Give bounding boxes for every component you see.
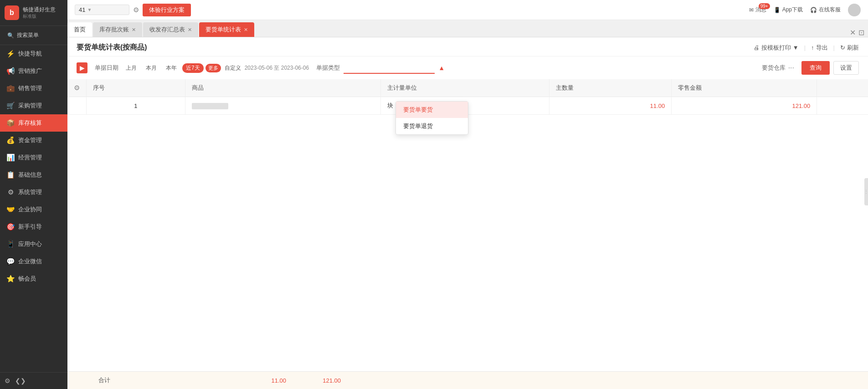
dropdown-item-1[interactable]: 要货单要货 [396, 102, 468, 118]
sidebar-item-membership[interactable]: ⭐ 畅会员 [0, 270, 67, 287]
tab-receive-send[interactable]: 收发存汇总表 ✕ [143, 22, 198, 37]
th-unit: 主计量单位 [381, 79, 550, 97]
tab-maximize-icon[interactable]: ⊡ [858, 28, 864, 37]
sidebar-item-purchase[interactable]: 🛒 采购管理 [0, 97, 67, 114]
date-filter-label: 单据日期 [95, 64, 118, 72]
service-label: 在线客服 [819, 6, 841, 14]
user-avatar[interactable] [848, 4, 861, 16]
sidebar-label-quick-nav: 快捷导航 [18, 50, 42, 58]
sidebar-search-area[interactable]: 🔍 搜索菜单 [0, 26, 67, 45]
product-placeholder [192, 103, 228, 109]
inventory-icon: 📦 [6, 119, 15, 127]
finance-icon: 💰 [6, 136, 15, 144]
app-icon: 📱 [6, 240, 15, 248]
sidebar-label-marketing: 营销推广 [18, 67, 42, 75]
date-btn-7days[interactable]: 近7天 [182, 63, 204, 73]
logo-icon: b [5, 5, 19, 20]
headset-icon: 🎧 [810, 7, 817, 13]
warehouse-more-icon[interactable]: ··· [788, 64, 794, 72]
sidebar-item-app[interactable]: 📱 应用中心 [0, 235, 67, 253]
tab-order-stats-close[interactable]: ✕ [244, 27, 248, 33]
page-header: 要货单统计表(按商品) 🖨 按模板打印 ▼ | ↑ 导出 | ↻ 刷新 [67, 37, 868, 56]
sidebar-label-sales: 销售管理 [18, 84, 42, 92]
sidebar-label-system: 系统管理 [18, 188, 42, 196]
marketing-icon: 📢 [6, 67, 15, 75]
tab-inventory-batch[interactable]: 库存批次账 ✕ [93, 22, 142, 37]
refresh-btn[interactable]: ↻ 刷新 [840, 44, 859, 52]
sidebar-label-wechat: 企业微信 [18, 257, 42, 266]
print-icon: 🖨 [754, 44, 760, 51]
th-amount: 零售金额 [672, 79, 817, 97]
message-badge: 99+ [759, 3, 770, 9]
main-content: 41 ▼ ⚙ 体验行业方案 ✉ 消息 99+ 📱 App下载 🎧 在线客服 [67, 0, 868, 389]
dropdown-item-1-label: 要货单要货 [403, 106, 433, 113]
sidebar-item-wechat[interactable]: 💬 企业微信 [0, 253, 67, 270]
guide-icon: 🎯 [6, 223, 15, 231]
basic-icon: 📋 [6, 171, 15, 179]
header-right: ✉ 消息 99+ 📱 App下载 🎧 在线客服 [749, 4, 861, 16]
type-select-input[interactable] [344, 62, 435, 74]
date-btn-more[interactable]: 更多 [205, 64, 221, 72]
purchase-icon: 🛒 [6, 102, 15, 110]
sidebar-item-enterprise[interactable]: 🤝 企业协同 [0, 201, 67, 218]
footer-qty: 11.00 [238, 377, 293, 384]
operations-icon: 📊 [6, 154, 15, 162]
filter-custom-btn[interactable]: 自定义 [225, 64, 241, 72]
dropdown-item-2[interactable]: 要货单退货 [396, 118, 468, 134]
td-settings [67, 97, 87, 115]
print-btn[interactable]: 🖨 按模板打印 ▼ [754, 44, 799, 52]
sidebar-collapse-btn[interactable]: ❮❯ [15, 377, 26, 384]
th-index: 序号 [87, 79, 185, 97]
th-product: 商品 [185, 79, 380, 97]
type-dropdown-arrow[interactable]: ▲ [438, 64, 445, 72]
date-btn-this-year[interactable]: 本年 [162, 63, 180, 73]
footer-amount: 121.00 [293, 377, 347, 384]
sidebar-item-basic[interactable]: 📋 基础信息 [0, 166, 67, 184]
sidebar-item-sales[interactable]: 💼 销售管理 [0, 80, 67, 97]
date-btn-this-month[interactable]: 本月 [142, 63, 160, 73]
th-extra [817, 79, 868, 97]
sidebar-item-operations[interactable]: 📊 经营管理 [0, 149, 67, 166]
tab-order-stats-label: 要货单统计表 [205, 26, 241, 34]
filter-expand-btn[interactable]: ▶ [77, 62, 87, 73]
sidebar-item-quick-nav[interactable]: ⚡ 快捷导航 [0, 45, 67, 62]
tab-receive-send-close[interactable]: ✕ [188, 27, 192, 33]
tab-home-label: 首页 [74, 26, 86, 34]
refresh-icon: ↻ [840, 44, 845, 51]
export-btn[interactable]: ↑ 导出 [811, 44, 828, 52]
message-btn[interactable]: ✉ 消息 99+ [749, 6, 766, 14]
right-edge-handle[interactable]: ⋮ [864, 178, 868, 205]
tab-expand-area: ✕ ⊡ [846, 28, 868, 37]
logo-text: 畅捷通好生意 标准版 [23, 6, 56, 20]
settings-btn[interactable]: 设置 [833, 61, 859, 75]
sidebar-label-enterprise: 企业协同 [18, 205, 42, 214]
bottom-settings-btn[interactable]: ⚙ [5, 377, 10, 384]
td-product [185, 97, 380, 115]
store-selector[interactable]: 41 ▼ [75, 5, 129, 15]
header-gear-icon[interactable]: ⚙ [133, 6, 139, 14]
online-service-btn[interactable]: 🎧 在线客服 [810, 6, 841, 14]
query-btn[interactable]: 查询 [801, 61, 830, 75]
sales-icon: 💼 [6, 84, 15, 92]
table-settings-icon[interactable]: ⚙ [74, 84, 80, 92]
sidebar-item-system[interactable]: ⚙ 系统管理 [0, 184, 67, 201]
wechat-icon: 💬 [6, 257, 15, 266]
table-header-row: ⚙ 序号 商品 主计量单位 主数量 零售金额 [67, 79, 868, 97]
sidebar-item-guide[interactable]: 🎯 新手引导 [0, 218, 67, 235]
app-download-btn[interactable]: 📱 App下载 [774, 6, 803, 14]
tab-home[interactable]: 首页 [67, 22, 92, 37]
sidebar-item-inventory[interactable]: 📦 库存核算 [0, 114, 67, 132]
search-menu-btn[interactable]: 🔍 搜索菜单 [5, 30, 63, 41]
edition-label: 标准版 [23, 13, 56, 19]
sidebar-item-finance[interactable]: 💰 资金管理 [0, 132, 67, 149]
tab-close-all-icon[interactable]: ✕ [850, 28, 856, 37]
type-filter-group: 单据类型 ▲ [316, 62, 755, 74]
tab-inventory-batch-close[interactable]: ✕ [132, 27, 136, 33]
enterprise-icon: 🤝 [6, 205, 15, 214]
sidebar-item-marketing[interactable]: 📢 营销推广 [0, 62, 67, 80]
trial-btn[interactable]: 体验行业方案 [143, 4, 191, 16]
divider-1: | [804, 44, 806, 51]
date-btn-last-month[interactable]: 上月 [122, 63, 140, 73]
td-index: 1 [87, 97, 185, 115]
tab-order-stats[interactable]: 要货单统计表 ✕ [199, 22, 254, 37]
